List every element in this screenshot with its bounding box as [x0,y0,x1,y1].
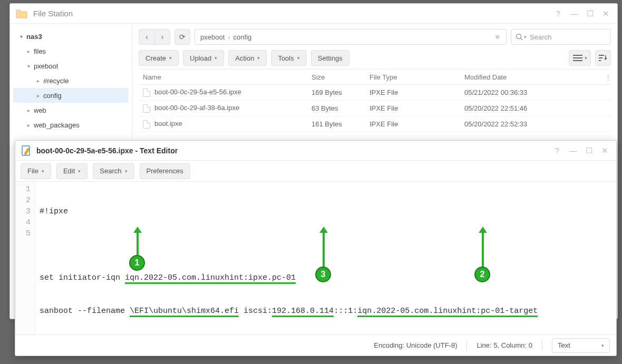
annotation-callout-2: 2 [474,267,490,282]
settings-button[interactable]: Settings [311,50,349,66]
file-menu[interactable]: File▾ [21,163,51,179]
tools-button[interactable]: Tools▾ [271,50,306,66]
col-name[interactable]: Name [139,73,307,81]
view-list-button[interactable]: ▾ [569,50,591,66]
table-header: Name Size File Type Modified Date ⋮ [139,69,611,85]
search-icon [516,33,523,41]
table-row[interactable]: boot-00-0c-29-5a-e5-56.ipxe 169 Bytes IP… [139,85,611,101]
refresh-button[interactable]: ⟳ [174,29,190,45]
folder-icon [15,8,28,19]
breadcrumb-seg[interactable]: config [234,33,252,41]
edit-menu[interactable]: Edit▾ [56,163,88,179]
arrow-head-icon [319,227,328,233]
tree-item-web-packages[interactable]: ▸web_packages [13,117,129,132]
svg-rect-2 [573,55,582,56]
annotation-underline: iqn.2022-05.com.linuxhint:pc-01-target [357,307,538,317]
annotation-arrow [137,232,139,256]
svg-rect-3 [573,57,582,58]
back-button[interactable]: ‹ [139,29,154,45]
search-menu[interactable]: Search▾ [93,163,134,179]
text-editor-icon [21,145,32,156]
text-editor-menubar: File▾ Edit▾ Search▾ Preferences [15,161,616,182]
table-row[interactable]: boot-00-0c-29-af-38-6a.ipxe 63 Bytes IPX… [139,101,611,116]
help-icon[interactable]: ? [552,7,565,20]
maximize-button[interactable]: ☐ [584,7,596,20]
text-editor-titlebar: boot-00-0c-29-5a-e5-56.ipxe - Text Edito… [15,141,616,161]
status-bar: Encoding: Unicode (UTF-8) Line: 5, Colum… [15,335,616,356]
column-menu-icon[interactable]: ⋮ [600,73,611,81]
tree-item-pxeboot[interactable]: ▾pxeboot [13,58,129,73]
annotation-arrow [323,232,325,268]
svg-rect-5 [599,55,604,56]
annotation-underline: iqn.2022-05.com.linuxhint:ipxe.pc-01 [125,273,296,284]
close-button[interactable]: ✕ [599,7,612,20]
help-icon[interactable]: ? [551,144,563,157]
code-line: sanboot --filename \EFI\ubuntu\shimx64.e… [40,306,612,317]
code-line [40,239,612,250]
code-line: #!ipxe [40,206,612,217]
tree-label: config [43,92,62,100]
arrow-head-icon [479,227,487,233]
file-table: Name Size File Type Modified Date ⋮ boot… [139,69,611,132]
language-select[interactable]: Text▾ [552,338,610,353]
status-cursor: Line: 5, Column: 0 [477,341,532,349]
tree-root-label: nas3 [26,33,42,41]
chevron-right-icon: › [228,33,230,41]
tree-item-files[interactable]: ▸files [13,44,129,58]
file-icon [143,104,150,113]
svg-rect-4 [573,60,582,61]
file-station-titlebar: File Station ? — ☐ ✕ [10,4,617,24]
maximize-button[interactable]: ☐ [582,144,595,157]
annotation-arrow [482,232,484,268]
svg-rect-7 [599,60,601,61]
caret-down-icon: ▾ [524,34,527,40]
file-icon [143,120,150,129]
tree-label: files [34,47,46,55]
upload-button[interactable]: Upload▾ [183,50,224,66]
tree-label: web [34,106,46,114]
minimize-button[interactable]: — [567,144,579,157]
search-input[interactable]: ▾ Search [511,29,611,45]
preferences-menu[interactable]: Preferences [140,163,190,179]
status-encoding: Encoding: Unicode (UTF-8) [374,341,457,349]
annotation-underline: 192.168.0.114 [272,307,334,317]
tree-root[interactable]: ▾nas3 [13,29,129,44]
create-button[interactable]: Create▾ [139,50,179,66]
col-size[interactable]: Size [307,73,365,81]
breadcrumb-seg[interactable]: pxeboot [200,33,225,41]
text-editor-title: boot-00-0c-29-5a-e5-56.ipxe - Text Edito… [36,146,548,155]
col-type[interactable]: File Type [365,73,460,81]
breadcrumb[interactable]: pxeboot › config ★ [195,29,507,45]
line-gutter: 12345 [15,182,35,335]
minimize-button[interactable]: — [568,7,580,20]
tree-label: pxeboot [34,62,58,70]
action-button[interactable]: Action▾ [228,50,267,66]
annotation-underline: \EFI\ubuntu\shimx64.efi [130,307,239,317]
code-area[interactable]: #!ipxe set initiator-iqn iqn.2022-05.com… [35,182,616,335]
sort-button[interactable] [595,50,611,66]
col-modified[interactable]: Modified Date [460,73,600,81]
search-placeholder: Search [530,33,551,41]
tree-item-recycle[interactable]: ▸#recycle [13,73,129,88]
forward-button[interactable]: › [154,29,170,45]
table-row[interactable]: boot.ipxe 161 Bytes IPXE File 05/20/2022… [139,116,611,132]
file-station-title: File Station [33,9,549,18]
tree-item-config[interactable]: ▸config [13,88,129,103]
annotation-callout-1: 1 [129,255,145,271]
arrow-head-icon [133,227,142,233]
tree-item-web[interactable]: ▸web [13,103,129,117]
svg-rect-6 [599,57,602,58]
tree-label: #recycle [43,77,69,85]
tree-label: web_packages [34,121,80,129]
svg-point-0 [517,34,521,39]
file-icon [143,88,150,97]
code-editor[interactable]: 12345 #!ipxe set initiator-iqn iqn.2022-… [15,182,616,335]
star-icon[interactable]: ★ [494,32,501,42]
svg-line-1 [521,38,523,41]
annotation-callout-3: 3 [315,267,331,282]
close-button[interactable]: ✕ [598,144,611,157]
text-editor-window: boot-00-0c-29-5a-e5-56.ipxe - Text Edito… [15,140,617,356]
